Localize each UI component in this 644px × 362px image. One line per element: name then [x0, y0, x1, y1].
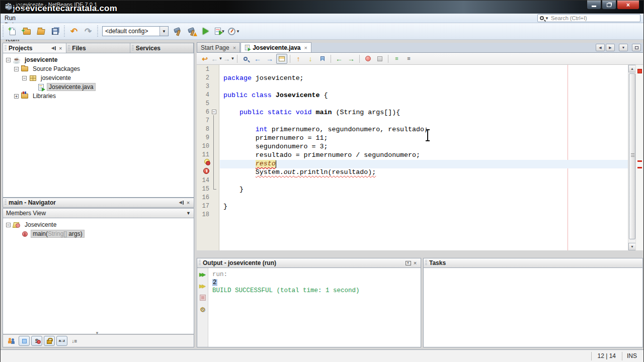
code-fold-icon[interactable]: −	[212, 110, 216, 114]
error-mark[interactable]	[637, 160, 642, 162]
shift-right-button[interactable]: →	[346, 54, 357, 64]
scroll-up-icon[interactable]: ▲	[628, 65, 636, 72]
minimize-group-icon[interactable]: ◀	[50, 45, 57, 52]
save-all-button[interactable]	[48, 25, 61, 38]
show-fields-button[interactable]	[19, 336, 30, 346]
error-mark[interactable]	[637, 167, 642, 168]
project-item-libraries[interactable]: +Libraries	[3, 92, 194, 101]
menu-item-refactor[interactable]: Refactor	[1, 8, 32, 15]
collapse-handle-icon[interactable]: −	[6, 58, 11, 62]
start-macro-button[interactable]	[362, 54, 373, 64]
redo-button[interactable]: ↷	[82, 25, 95, 38]
output-titlebar[interactable]: Output - josevicente (run) ▼ ×	[197, 258, 421, 268]
code-line-11[interactable]: resultado = primernumero / segundonumero…	[220, 151, 628, 160]
toggle-bookmark-button[interactable]	[317, 54, 328, 64]
tab-start-page[interactable]: Start Page ×	[197, 42, 240, 52]
scrollbar-thumb[interactable]	[629, 73, 635, 239]
project-item-josevicente[interactable]: −josevicente	[3, 73, 194, 82]
code-line-4[interactable]: public class Josevicente {	[220, 92, 628, 100]
close-output-icon[interactable]: ×	[412, 259, 419, 266]
code-line-1[interactable]	[220, 66, 628, 74]
uncomment-button[interactable]: ≡	[403, 54, 414, 64]
project-item-josevicente-java[interactable]: Josevicente.java	[3, 82, 194, 92]
run-project-button[interactable]	[199, 25, 212, 38]
close-group-icon[interactable]: ×	[57, 45, 64, 52]
show-static-button[interactable]: S	[31, 336, 42, 346]
code-line-6[interactable]: public static void main (String args[]){	[220, 109, 628, 117]
find-next-button[interactable]: →	[264, 54, 275, 64]
shift-left-button[interactable]: ←	[334, 54, 345, 64]
undo-button[interactable]: ↶	[67, 25, 80, 38]
project-item-source-packages[interactable]: −Source Packages	[3, 64, 194, 73]
forward-button[interactable]: →▼	[223, 54, 234, 64]
navigator-item-main-[interactable]: main(String[] args)	[3, 229, 194, 238]
scroll-tabs-left-button[interactable]: ◀	[596, 44, 605, 51]
navigator-item-josevicente[interactable]: −Josevicente	[3, 220, 194, 229]
find-previous-button[interactable]: ←	[252, 54, 263, 64]
menu-item-source[interactable]: Source	[1, 1, 32, 8]
stop-macro-button[interactable]	[374, 54, 385, 64]
code-editor[interactable]: 123456−78910111415161718 package josevic…	[197, 65, 643, 250]
code-line-5[interactable]	[220, 100, 628, 109]
gutter-line[interactable]: 4	[197, 90, 219, 99]
find-selection-button[interactable]	[240, 54, 251, 64]
config-combobox[interactable]: <default config> ▼	[102, 26, 169, 36]
global-error-indicator[interactable]	[637, 69, 642, 73]
insert-mode-indicator[interactable]: INS	[622, 352, 641, 360]
code-line-7[interactable]	[220, 117, 628, 126]
last-edited-button[interactable]: ↩	[199, 54, 210, 64]
search-box[interactable]: ▼ Search (Ctrl+I)	[537, 14, 640, 22]
new-file-button[interactable]: +	[6, 25, 19, 38]
show-inherited-button[interactable]	[6, 336, 17, 346]
code-line-17[interactable]: }	[220, 203, 628, 211]
gutter-line[interactable]: 18	[197, 210, 219, 219]
tab-files[interactable]: Files	[66, 43, 130, 53]
tab-services[interactable]: Services	[130, 43, 194, 53]
next-bookmark-button[interactable]: ↓	[305, 54, 316, 64]
collapse-handle-icon[interactable]: −	[6, 223, 11, 227]
error-badge-icon[interactable]	[203, 168, 209, 174]
tab-list-dropdown-button[interactable]: ▼	[619, 44, 628, 51]
error-stripe[interactable]	[635, 65, 643, 250]
menu-item-run[interactable]: Run	[1, 15, 32, 22]
minimize-button[interactable]	[587, 1, 601, 10]
gutter-line[interactable]: 17	[197, 202, 219, 210]
gutter-line[interactable]: 3	[197, 82, 219, 90]
minimize-group-icon[interactable]: ◀	[178, 199, 185, 206]
build-project-button[interactable]	[171, 25, 184, 38]
project-item-josevicente[interactable]: −☕josevicente	[3, 55, 194, 64]
gutter-line[interactable]: 1	[197, 65, 219, 73]
open-project-button[interactable]	[34, 25, 47, 38]
ant-settings-button[interactable]: ⚙	[198, 305, 207, 314]
expand-handle-icon[interactable]: +	[14, 94, 19, 99]
collapse-handle-icon[interactable]: −	[22, 76, 27, 80]
code-line-12[interactable]: resto	[220, 160, 628, 168]
rerun-with-config-button[interactable]: ▶▶	[198, 282, 207, 291]
hint-error-bulb-icon[interactable]	[204, 159, 209, 165]
previous-bookmark-button[interactable]: ↑	[293, 54, 304, 64]
code-line-16[interactable]	[220, 194, 628, 203]
toggle-highlight-button[interactable]	[276, 54, 287, 64]
stop-build-button[interactable]	[198, 293, 207, 302]
profile-project-button[interactable]: ▼	[227, 25, 240, 38]
close-tab-icon[interactable]: ×	[304, 45, 307, 51]
gutter-line[interactable]: 16	[197, 193, 219, 202]
code-line-2[interactable]: package josevicente;	[220, 74, 628, 83]
navigator-titlebar[interactable]: main - Navigator ◀ ×	[3, 198, 194, 208]
scroll-down-icon[interactable]: ▼	[628, 243, 636, 250]
code-line-3[interactable]	[220, 83, 628, 92]
debug-project-button[interactable]: ▼	[213, 25, 226, 38]
close-group-icon[interactable]: ×	[185, 199, 192, 206]
rerun-button[interactable]: ▶▶	[198, 270, 207, 279]
code-line-9[interactable]: primernumero = 11;	[220, 134, 628, 143]
code-line-15[interactable]: }	[220, 186, 628, 194]
close-button[interactable]: ×	[617, 1, 639, 10]
clean-build-button[interactable]	[185, 25, 198, 38]
config-dropdown-icon[interactable]: ▼	[159, 27, 168, 36]
gutter-line[interactable]: 5	[197, 99, 219, 108]
collapse-handle-icon[interactable]: −	[14, 67, 19, 71]
show-non-public-button[interactable]	[44, 336, 55, 346]
code-pane[interactable]: package josevicente;public class Josevic…	[220, 65, 628, 250]
code-line-14[interactable]	[220, 177, 628, 186]
maximize-editor-button[interactable]	[632, 44, 641, 51]
